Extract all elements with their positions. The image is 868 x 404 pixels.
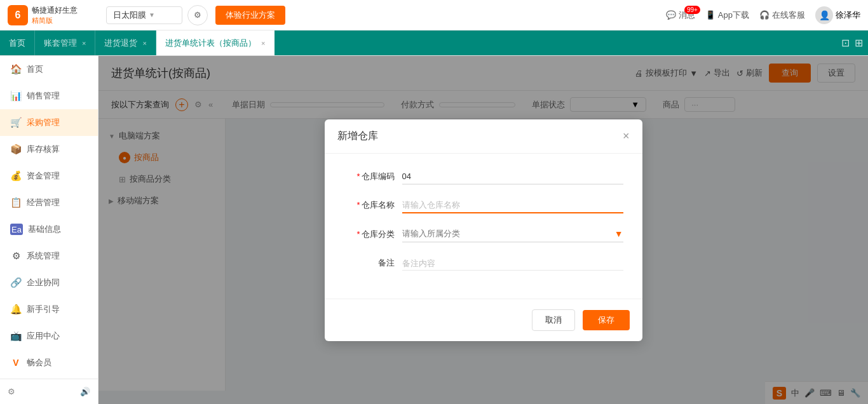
name-label: *仓库名称	[344, 199, 395, 211]
tab-restore-icon[interactable]: ⊡	[841, 37, 850, 49]
messages-button[interactable]: 💬 消息 99+	[666, 10, 695, 21]
remark-label: 备注	[344, 257, 395, 269]
sidebar-inventory-label: 库存核算	[27, 144, 60, 155]
inventory-icon: 📦	[10, 144, 22, 155]
required-star-code: *	[356, 172, 360, 181]
sidebar-item-operations[interactable]: 📋 经营管理	[0, 189, 98, 216]
dialog-header: 新增仓库 ×	[325, 119, 642, 154]
app-download-button[interactable]: 📱 App下载	[705, 10, 749, 21]
logo-area: 6 畅捷通好生意 精简版	[8, 5, 106, 25]
remark-input[interactable]	[402, 255, 623, 271]
enterprise-icon: 🔗	[10, 277, 22, 288]
operations-icon: 📋	[10, 197, 22, 208]
top-header: 6 畅捷通好生意 精简版 日太阳膜 ▼ ⚙ 体验行业方案 💬 消息 99+ 📱 …	[0, 0, 868, 30]
sidebar-guide-label: 新手引导	[27, 304, 60, 315]
sidebar-speaker-icon[interactable]: 🔊	[80, 387, 90, 396]
trial-button[interactable]: 体验行业方案	[215, 6, 285, 25]
dialog-close-icon[interactable]: ×	[623, 130, 630, 143]
sidebar-item-system[interactable]: ⚙ 系统管理	[0, 243, 98, 269]
tab-purchase-return[interactable]: 进货退货 ×	[95, 30, 156, 55]
sidebar-item-guide[interactable]: 🔔 新手引导	[0, 296, 98, 323]
required-star-category: *	[356, 229, 360, 239]
purchase-return-tab-label: 进货退货	[104, 37, 137, 49]
sidebar-item-sales[interactable]: 📊 销售管理	[0, 83, 98, 109]
warehouse-name-input[interactable]	[402, 198, 623, 213]
vip-icon: V	[10, 357, 22, 368]
cancel-button[interactable]: 取消	[532, 309, 575, 331]
phone-icon: 📱	[705, 10, 715, 20]
message-badge: 99+	[684, 6, 700, 14]
home-tab-label: 首页	[9, 37, 25, 49]
basic-info-icon: Ea	[10, 224, 23, 235]
category-dropdown-icon: ▼	[614, 229, 623, 239]
accounts-tab-close-icon[interactable]: ×	[82, 39, 86, 47]
sidebar-item-purchase[interactable]: 🛒 采购管理	[0, 109, 98, 136]
finance-icon: 💰	[10, 170, 22, 182]
category-select-wrapper[interactable]: ▼	[402, 226, 623, 243]
sidebar-home-label: 首页	[27, 64, 43, 75]
tab-purchase-stats[interactable]: 进货单统计表（按商品） ×	[156, 30, 275, 55]
app-center-icon: 📺	[10, 330, 22, 342]
tab-bar: 首页 账套管理 × 进货退货 × 进货单统计表（按商品） × ⊡ ⊞	[0, 30, 868, 56]
required-star-name: *	[356, 200, 360, 210]
dialog-overlay: 新增仓库 × *仓库编码 *仓库名称	[98, 56, 868, 404]
sidebar: 🏠 首页 📊 销售管理 🛒 采购管理 📦 库存核算 💰 资金管理 📋 经营管理 …	[0, 56, 98, 404]
sidebar-enterprise-label: 企业协同	[27, 277, 60, 288]
dialog-footer: 取消 保存	[325, 299, 642, 341]
tab-home[interactable]: 首页	[0, 30, 35, 55]
form-row-name: *仓库名称	[344, 198, 623, 213]
sidebar-item-app-center[interactable]: 📺 应用中心	[0, 323, 98, 349]
header-right: 💬 消息 99+ 📱 App下载 🎧 在线客服 👤 徐泽华	[666, 6, 860, 24]
online-service-button[interactable]: 🎧 在线客服	[759, 10, 805, 21]
tab-bar-right: ⊡ ⊞	[836, 30, 868, 55]
warehouse-code-input[interactable]	[402, 169, 623, 185]
code-label: *仓库编码	[344, 171, 395, 182]
form-row-category: *仓库分类 ▼	[344, 226, 623, 243]
logo-text: 畅捷通好生意 精简版	[32, 5, 78, 25]
sidebar-item-enterprise[interactable]: 🔗 企业协同	[0, 269, 98, 296]
sidebar-vip-label: 畅会员	[27, 357, 51, 368]
sidebar-purchase-label: 采购管理	[27, 117, 60, 128]
sidebar-item-inventory[interactable]: 📦 库存核算	[0, 136, 98, 163]
content-area: 进货单统计(按商品) 🖨 按模板打印 ▼ ↗ 导出 ↺ 刷新 查询 设置	[98, 56, 868, 404]
main-layout: 🏠 首页 📊 销售管理 🛒 采购管理 📦 库存核算 💰 资金管理 📋 经营管理 …	[0, 56, 868, 404]
store-selector[interactable]: 日太阳膜 ▼	[106, 6, 182, 24]
purchase-icon: 🛒	[10, 117, 22, 128]
username-label: 徐泽华	[836, 10, 860, 21]
store-name: 日太阳膜	[113, 10, 146, 21]
settings-button[interactable]: ⚙	[187, 5, 208, 25]
sidebar-item-finance[interactable]: 💰 资金管理	[0, 163, 98, 189]
guide-icon: 🔔	[10, 304, 22, 315]
sidebar-item-home[interactable]: 🏠 首页	[0, 56, 98, 83]
purchase-stats-tab-label: 进货单统计表（按商品）	[165, 37, 256, 49]
sidebar-sales-label: 销售管理	[27, 90, 60, 102]
add-warehouse-dialog: 新增仓库 × *仓库编码 *仓库名称	[325, 119, 642, 341]
sidebar-item-basic-info[interactable]: Ea 基础信息	[0, 216, 98, 243]
message-icon: 💬	[666, 10, 676, 20]
store-arrow-icon: ▼	[149, 11, 155, 18]
purchase-return-tab-close-icon[interactable]: ×	[142, 39, 146, 47]
app-logo-icon: 6	[8, 5, 28, 25]
sidebar-settings-icon[interactable]: ⚙	[8, 387, 15, 396]
tab-accounts[interactable]: 账套管理 ×	[35, 30, 95, 55]
sales-icon: 📊	[10, 90, 22, 102]
form-row-remark: 备注	[344, 255, 623, 271]
tab-expand-icon[interactable]: ⊞	[855, 37, 863, 49]
dialog-body: *仓库编码 *仓库名称 *仓库分类	[325, 154, 642, 299]
category-select-input[interactable]	[402, 229, 614, 238]
sidebar-finance-label: 资金管理	[27, 170, 60, 182]
sidebar-operations-label: 经营管理	[27, 197, 60, 208]
sidebar-bottom: ⚙ 🔊	[0, 379, 98, 404]
save-button[interactable]: 保存	[583, 310, 630, 330]
headset-icon: 🎧	[759, 10, 770, 20]
avatar: 👤	[815, 6, 833, 24]
sidebar-basic-info-label: 基础信息	[28, 224, 61, 235]
accounts-tab-label: 账套管理	[44, 37, 77, 49]
category-label: *仓库分类	[344, 229, 395, 240]
system-icon: ⚙	[10, 250, 22, 262]
purchase-stats-tab-close-icon[interactable]: ×	[261, 39, 265, 47]
dialog-title: 新增仓库	[337, 130, 378, 143]
user-avatar-area[interactable]: 👤 徐泽华	[815, 6, 860, 24]
sidebar-app-center-label: 应用中心	[27, 330, 60, 342]
sidebar-item-vip[interactable]: V 畅会员	[0, 349, 98, 376]
